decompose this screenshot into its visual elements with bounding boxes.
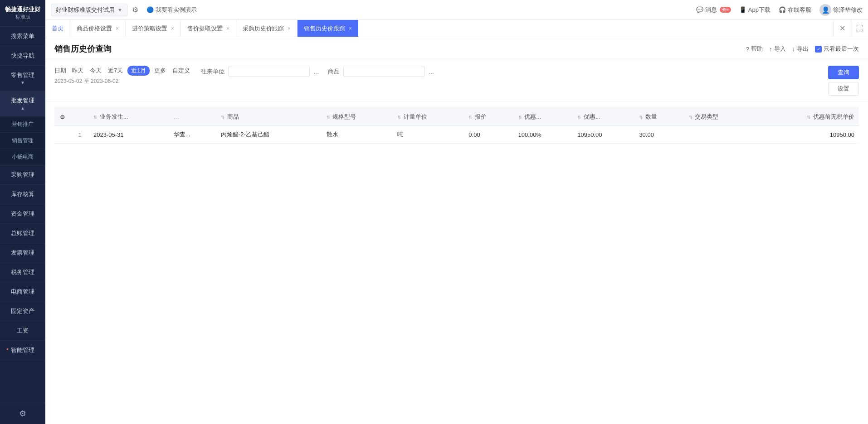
- settings-icon: ⚙: [19, 409, 26, 418]
- demo-button[interactable]: 🔵 我要看实例演示: [143, 4, 200, 16]
- row-settings[interactable]: [54, 126, 71, 144]
- messages-label: 消息: [705, 6, 717, 14]
- tab-sales-history-close[interactable]: ×: [349, 25, 352, 32]
- marketing-label: 营销推广: [12, 121, 34, 127]
- sidebar: 畅捷通好业财 标准版 搜索菜单 快捷导航 零售管理 ▼ 批发管理 ▲ 营销推广 …: [0, 0, 45, 424]
- tab-purchase-history-close[interactable]: ×: [288, 25, 291, 32]
- tab-sale-price-extract-close[interactable]: ×: [226, 25, 229, 32]
- version-selector[interactable]: 好业财标准版交付试用 ▼: [51, 4, 127, 16]
- sidebar-sub-item-small-ecommerce[interactable]: 小畅电商: [0, 149, 45, 165]
- date-opt-last7days[interactable]: 近7天: [106, 66, 125, 75]
- tab-pricing-strategy-close[interactable]: ×: [171, 25, 174, 32]
- tab-product-price[interactable]: 商品价格设置 ×: [70, 20, 126, 37]
- row-company: 华查...: [169, 126, 216, 144]
- sidebar-item-capital-mgmt[interactable]: 资金管理: [0, 204, 45, 224]
- tab-product-price-close[interactable]: ×: [116, 25, 119, 32]
- sidebar-sub-item-sales[interactable]: 销售管理: [0, 133, 45, 149]
- th-discount-rate[interactable]: ⇅ 优惠...: [514, 108, 573, 126]
- th-price[interactable]: ⇅ 报价: [464, 108, 513, 126]
- tab-maximize-button[interactable]: ⛶: [851, 20, 868, 37]
- show-last-label: 只看最后一次: [824, 45, 859, 53]
- sidebar-item-inventory-mgmt[interactable]: 库存核算: [0, 185, 45, 204]
- row-price: 0.00: [464, 126, 513, 144]
- th-quantity-label: 数量: [645, 113, 657, 120]
- import-button[interactable]: ↑ 导入: [769, 45, 786, 53]
- th-pretax-price[interactable]: ⇅ 优惠前无税单价: [756, 108, 859, 126]
- th-quantity[interactable]: ⇅ 数量: [634, 108, 684, 126]
- sidebar-item-invoice-mgmt[interactable]: 发票管理: [0, 243, 45, 263]
- demo-icon: 🔵: [146, 6, 154, 13]
- th-trade-type[interactable]: ⇅ 交易类型: [684, 108, 756, 126]
- export-button[interactable]: ↓ 导出: [792, 45, 809, 53]
- sidebar-item-purchase-mgmt[interactable]: 采购管理: [0, 165, 45, 185]
- row-trade-type: [684, 126, 756, 144]
- date-opt-yesterday[interactable]: 昨天: [70, 66, 85, 75]
- tab-panel-controls: ✕ ⛶: [834, 20, 868, 37]
- row-pretax-price: 10950.00: [756, 126, 859, 144]
- row-spec: 散水: [322, 126, 393, 144]
- sidebar-item-salary[interactable]: 工资: [0, 321, 45, 341]
- date-opt-today[interactable]: 今天: [88, 66, 103, 75]
- product-input[interactable]: [343, 66, 425, 77]
- messages-badge: 99+: [720, 7, 731, 13]
- date-opt-custom[interactable]: 自定义: [171, 66, 192, 75]
- sidebar-sub-item-marketing[interactable]: 营销推广: [0, 116, 45, 133]
- table-row[interactable]: 1 2023-05-31 华查... 丙烯酸-2-乙基己酯 散水 吨 0.00 …: [54, 126, 859, 144]
- tab-sale-price-extract[interactable]: 售价提取设置 ×: [181, 20, 236, 37]
- online-service-icon: 🎧: [779, 6, 786, 13]
- sidebar-item-quick-nav[interactable]: 快捷导航: [0, 46, 45, 66]
- query-button[interactable]: 查询: [828, 66, 859, 79]
- sidebar-item-fixed-assets[interactable]: 固定资产: [0, 302, 45, 321]
- help-button[interactable]: ? 帮助: [746, 45, 763, 53]
- th-ellipsis[interactable]: ...: [169, 108, 216, 126]
- product-dots[interactable]: ...: [429, 68, 434, 75]
- sidebar-item-wholesale-mgmt[interactable]: 批发管理 ▲: [0, 91, 45, 116]
- online-service-button[interactable]: 🎧 在线客服: [779, 6, 811, 14]
- tab-close-panel-button[interactable]: ✕: [834, 20, 851, 37]
- export-label: 导出: [797, 45, 809, 53]
- th-unit[interactable]: ⇅ 计量单位: [393, 108, 464, 126]
- wholesale-mgmt-label: 批发管理: [11, 96, 34, 105]
- sidebar-item-ecommerce-mgmt[interactable]: 电商管理: [0, 282, 45, 302]
- filter-area: 日期 昨天 今天 近7天 近1月 更多 自定义 2023-05-02 至 202…: [45, 59, 868, 101]
- th-product[interactable]: ⇅ 商品: [216, 108, 322, 126]
- tab-sales-history-label: 销售历史价跟踪: [304, 24, 345, 33]
- date-opt-last1month[interactable]: 近1月: [127, 66, 150, 76]
- th-settings[interactable]: ⚙: [54, 108, 71, 126]
- sidebar-item-search-menu[interactable]: 搜索菜单: [0, 27, 45, 46]
- sort-icon-quantity: ⇅: [639, 115, 643, 120]
- th-discount-price[interactable]: ⇅ 优惠...: [573, 108, 634, 126]
- page-title: 销售历史价查询: [54, 43, 112, 54]
- messages-button[interactable]: 💬 消息 99+: [696, 6, 731, 14]
- row-index: 1: [71, 126, 89, 144]
- settings-button[interactable]: 设置: [828, 82, 859, 96]
- show-last-checkbox[interactable]: ✓ 只看最后一次: [815, 45, 859, 53]
- table-header-row: ⚙ ⇅ 业务发生... ... ⇅: [54, 108, 859, 126]
- tab-sales-history[interactable]: 销售历史价跟踪 ×: [297, 20, 358, 37]
- tab-pricing-strategy[interactable]: 进价策略设置 ×: [126, 20, 181, 37]
- th-business-date[interactable]: ⇅ 业务发生...: [89, 108, 169, 126]
- tab-purchase-history[interactable]: 采购历史价跟踪 ×: [236, 20, 297, 37]
- messages-icon: 💬: [696, 6, 703, 13]
- tab-home-label: 首页: [52, 24, 63, 33]
- date-opt-more[interactable]: 更多: [152, 66, 168, 75]
- topbar-settings-icon[interactable]: ⚙: [132, 5, 138, 14]
- source-unit-input[interactable]: [228, 66, 310, 77]
- app-sub: 标准版: [4, 14, 42, 20]
- th-spec[interactable]: ⇅ 规格型号: [322, 108, 393, 126]
- sidebar-settings-button[interactable]: ⚙: [0, 403, 45, 424]
- checkbox-icon[interactable]: ✓: [815, 46, 822, 53]
- app-download-button[interactable]: 📱 App下载: [739, 6, 770, 14]
- sidebar-item-smart-mgmt[interactable]: 智能管理: [0, 341, 45, 360]
- tab-home[interactable]: 首页: [45, 20, 70, 37]
- user-menu[interactable]: 👤 徐泽华修改: [819, 4, 863, 16]
- sidebar-item-retail-mgmt[interactable]: 零售管理 ▼: [0, 66, 45, 91]
- source-unit-dots[interactable]: ...: [313, 68, 319, 75]
- sidebar-item-tax-mgmt[interactable]: 税务管理: [0, 263, 45, 282]
- fixed-assets-label: 固定资产: [11, 307, 34, 315]
- import-icon: ↑: [769, 46, 772, 53]
- tab-purchase-history-label: 采购历史价跟踪: [243, 24, 284, 33]
- sidebar-item-ledger-mgmt[interactable]: 总账管理: [0, 224, 45, 243]
- ellipsis-icon[interactable]: ...: [174, 113, 179, 120]
- version-selector-text: 好业财标准版交付试用: [56, 6, 115, 14]
